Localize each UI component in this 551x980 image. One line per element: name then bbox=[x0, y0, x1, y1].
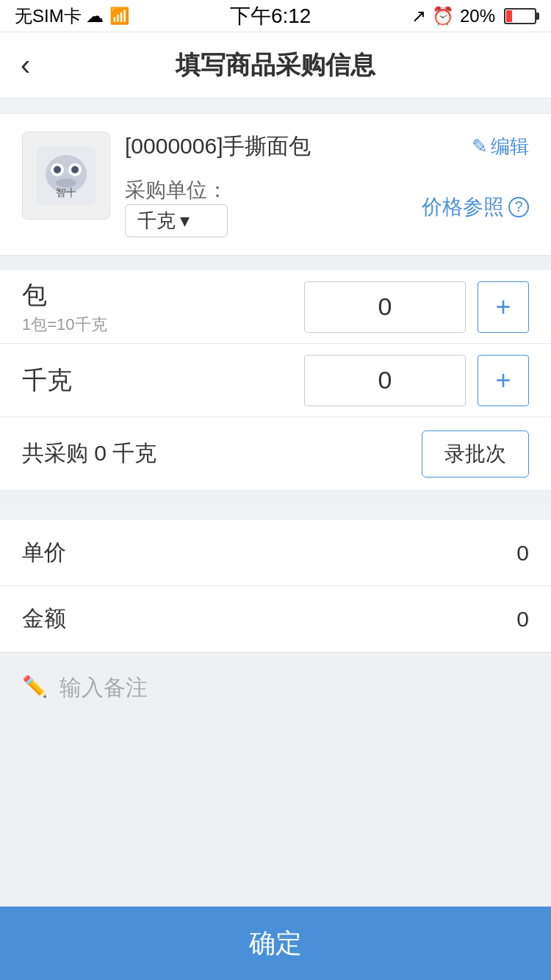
back-button[interactable]: ‹ bbox=[21, 48, 30, 82]
amount-row: 金额 0 bbox=[0, 586, 551, 652]
bao-input-wrapper: + bbox=[304, 281, 529, 333]
bao-sublabel: 1包=10千克 bbox=[22, 314, 140, 336]
bao-input-row: 包 1包=10千克 + bbox=[0, 270, 551, 344]
dropdown-arrow-icon: ▾ bbox=[180, 209, 190, 232]
remark-placeholder: 输入备注 bbox=[60, 673, 148, 703]
bao-plus-button[interactable]: + bbox=[478, 281, 529, 333]
status-time: 下午6:12 bbox=[230, 2, 311, 30]
unit-price-value: 0 bbox=[516, 541, 529, 566]
unit-value: 千克 bbox=[137, 208, 176, 234]
bao-input[interactable] bbox=[304, 281, 466, 333]
section-separator-1 bbox=[0, 256, 551, 270]
unit-price-label: 单价 bbox=[22, 538, 66, 568]
amount-label: 金额 bbox=[22, 604, 66, 634]
status-bar: 无SIM卡 ☁ 📶 下午6:12 ↗ ⏰ 20% bbox=[0, 0, 551, 32]
kg-label-block: 千克 bbox=[22, 364, 140, 397]
help-icon: ? bbox=[508, 197, 529, 217]
product-name: [0000006]手撕面包 bbox=[125, 131, 311, 162]
location-icon: ↗ bbox=[411, 6, 426, 26]
product-info: [0000006]手撕面包 ✎ 编辑 采购单位： 千克 ▾ 价格参照 ? bbox=[125, 131, 529, 237]
input-section: 包 1包=10千克 + 千克 + 共采购 0 千克 录批次 bbox=[0, 270, 551, 491]
unit-price-row: 单价 0 bbox=[0, 520, 551, 586]
price-section: 单价 0 金额 0 bbox=[0, 520, 551, 652]
price-ref-button[interactable]: 价格参照 ? bbox=[422, 193, 529, 221]
batch-button[interactable]: 录批次 bbox=[422, 430, 529, 478]
remark-section[interactable]: ✏️ 输入备注 bbox=[0, 652, 551, 917]
unit-select[interactable]: 千克 ▾ bbox=[125, 204, 228, 237]
kg-input[interactable] bbox=[304, 355, 466, 406]
kg-label: 千克 bbox=[22, 364, 140, 397]
kg-input-row: 千克 + bbox=[0, 344, 551, 417]
svg-point-4 bbox=[54, 166, 61, 173]
pencil-icon: ✏️ bbox=[22, 674, 48, 699]
bao-label: 包 bbox=[22, 278, 140, 312]
section-separator-2 bbox=[0, 491, 551, 505]
battery-icon bbox=[504, 8, 536, 24]
alarm-icon: ⏰ bbox=[432, 6, 454, 26]
battery-percent: 20% bbox=[460, 6, 495, 26]
status-right: ↗ ⏰ 20% bbox=[411, 6, 536, 26]
edit-label: 编辑 bbox=[491, 134, 529, 159]
wifi-icon: 📶 bbox=[109, 7, 129, 26]
product-image: 智十 bbox=[22, 131, 110, 220]
sim-label: 无SIM卡 ☁ bbox=[15, 4, 104, 28]
summary-row: 共采购 0 千克 录批次 bbox=[0, 417, 551, 491]
summary-text: 共采购 0 千克 bbox=[22, 439, 156, 469]
page-title: 填写商品采购信息 bbox=[176, 48, 375, 82]
kg-input-wrapper: + bbox=[304, 355, 529, 406]
edit-button[interactable]: ✎ 编辑 bbox=[472, 134, 529, 159]
confirm-button[interactable]: 确定 bbox=[0, 907, 551, 980]
bao-label-block: 包 1包=10千克 bbox=[22, 278, 140, 336]
unit-label: 采购单位： bbox=[125, 179, 228, 201]
product-card: 智十 [0000006]手撕面包 ✎ 编辑 采购单位： 千克 ▾ 价格参照 ? bbox=[0, 113, 551, 256]
status-left: 无SIM卡 ☁ 📶 bbox=[15, 4, 129, 28]
price-ref-label: 价格参照 bbox=[422, 193, 504, 221]
svg-point-5 bbox=[71, 166, 79, 173]
edit-icon: ✎ bbox=[472, 135, 488, 158]
nav-bar: ‹ 填写商品采购信息 bbox=[0, 32, 551, 98]
kg-plus-button[interactable]: + bbox=[478, 355, 529, 406]
amount-value: 0 bbox=[516, 607, 529, 632]
svg-text:智十: 智十 bbox=[56, 187, 76, 198]
